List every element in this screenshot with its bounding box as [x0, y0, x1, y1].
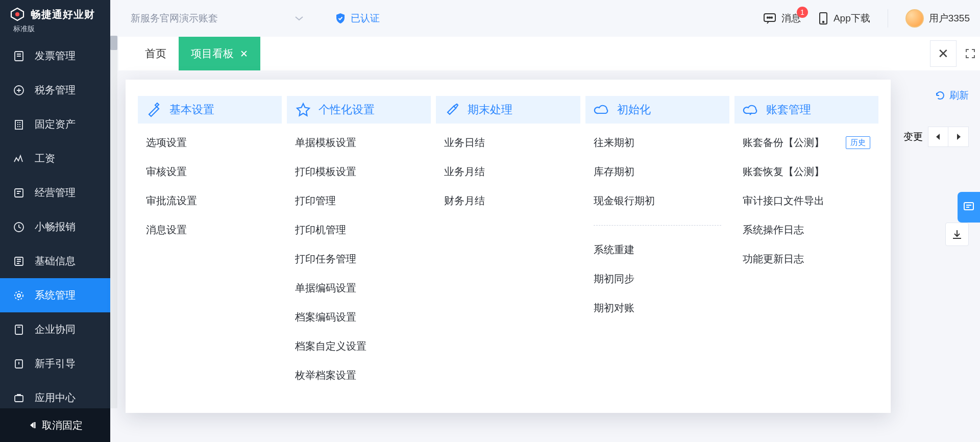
building-icon	[12, 118, 26, 131]
menu-item-label: 期初对账	[594, 301, 634, 315]
svg-rect-3	[15, 120, 22, 129]
menu-item-update-log[interactable]: 功能更新日志	[743, 252, 878, 266]
menu-item-archive-custom[interactable]: 档案自定义设置	[295, 339, 431, 353]
menu-item-label: 业务月结	[444, 165, 485, 179]
sidebar-nav: 发票管理 税务管理 固定资产 工资 经营管理 小畅报销 基础信息 系统管理	[0, 39, 110, 408]
menu-item-approval-flow[interactable]: 审批流设置	[146, 194, 282, 208]
sidebar-item-invoice[interactable]: 发票管理	[0, 39, 110, 73]
prev-button[interactable]	[928, 127, 948, 147]
next-button[interactable]	[948, 127, 969, 147]
menu-item-label: 财务月结	[444, 194, 485, 208]
sidebar-item-salary[interactable]: 工资	[0, 141, 110, 176]
brand-logo-icon	[9, 7, 26, 21]
tax-icon	[12, 84, 26, 97]
mega-col-title: 期末处理	[468, 102, 512, 117]
export-button[interactable]	[945, 223, 969, 246]
verified-badge: 已认证	[334, 12, 380, 25]
menu-item-ar-ap-init[interactable]: 往来期初	[594, 136, 729, 150]
brand-name: 畅捷通好业财	[31, 8, 95, 21]
menu-item-options[interactable]: 选项设置	[146, 136, 282, 150]
menu-item-label: 业务日结	[444, 136, 485, 150]
menu-item-archive-code[interactable]: 档案编码设置	[295, 310, 431, 324]
menu-item-inventory-init[interactable]: 库存期初	[594, 165, 729, 179]
messages-badge: 1	[797, 7, 808, 18]
mega-col-title: 基本设置	[169, 102, 214, 117]
menu-item-label: 系统操作日志	[743, 223, 804, 237]
sidebar-item-label: 基础信息	[35, 254, 76, 268]
mega-col-header: 初始化	[585, 96, 729, 124]
mega-col-title: 初始化	[617, 102, 651, 117]
menu-item-print-task-mgmt[interactable]: 打印任务管理	[295, 252, 431, 266]
menu-item-label: 枚举档案设置	[295, 369, 356, 382]
menu-item-label: 账套备份【公测】	[743, 136, 824, 150]
menu-item-label: 审计接口文件导出	[743, 194, 824, 208]
shield-check-icon	[334, 12, 347, 24]
menu-item-monthly-close[interactable]: 业务月结	[444, 165, 580, 179]
menu-item-cash-bank-init[interactable]: 现金银行期初	[594, 194, 729, 208]
svg-rect-9	[15, 325, 22, 334]
mobile-icon	[818, 12, 828, 25]
close-icon[interactable]: ✕	[240, 48, 248, 60]
sidebar-item-collab[interactable]: 企业协同	[0, 312, 110, 347]
svg-rect-12	[34, 422, 36, 428]
history-tag[interactable]: 历史	[846, 136, 870, 149]
mega-col-title: 账套管理	[766, 102, 811, 117]
sidebar-item-guide[interactable]: 新手引导	[0, 347, 110, 381]
messages-button[interactable]: 消息 1	[763, 12, 801, 25]
sidebar-item-business-mgmt[interactable]: 经营管理	[0, 176, 110, 210]
menu-item-account-restore[interactable]: 账套恢复【公测】	[743, 165, 878, 179]
menu-item-account-backup[interactable]: 账套备份【公测】 历史	[743, 136, 878, 150]
menu-item-system-rebuild[interactable]: 系统重建	[594, 243, 729, 257]
mega-col-period-end: 期末处理 业务日结 业务月结 财务月结	[436, 96, 580, 382]
sidebar-item-label: 系统管理	[35, 288, 76, 302]
sidebar-item-fixed-assets[interactable]: 固定资产	[0, 107, 110, 141]
mega-col-custom: 个性化设置 单据模板设置 打印模板设置 打印管理 打印机管理 打印任务管理 单据…	[287, 96, 431, 382]
sidebar-scrollbar-thumb[interactable]	[110, 36, 117, 50]
tab-home[interactable]: 首页	[133, 37, 179, 70]
sidebar: 畅捷通好业财 标准版 发票管理 税务管理 固定资产 工资 经营管理 小畅报销	[0, 0, 110, 442]
menu-item-enum-archive[interactable]: 枚举档案设置	[295, 369, 431, 382]
sidebar-item-basic-info[interactable]: 基础信息	[0, 244, 110, 278]
menu-item-label: 库存期初	[594, 165, 634, 179]
close-all-tabs-button[interactable]: ✕	[930, 40, 957, 67]
menu-item-label: 期初同步	[594, 272, 634, 286]
menu-item-label: 打印任务管理	[295, 252, 356, 266]
unpin-sidebar-button[interactable]: 取消固定	[0, 408, 110, 442]
menu-item-finance-monthly-close[interactable]: 财务月结	[444, 194, 580, 208]
menu-item-init-sync[interactable]: 期初同步	[594, 272, 729, 286]
menu-item-doc-template[interactable]: 单据模板设置	[295, 136, 431, 150]
menu-item-system-log[interactable]: 系统操作日志	[743, 223, 878, 237]
app-download-button[interactable]: App下载	[818, 12, 870, 25]
sidebar-item-system-mgmt[interactable]: 系统管理	[0, 278, 110, 312]
sidebar-item-tax[interactable]: 税务管理	[0, 73, 110, 107]
menu-item-print-template[interactable]: 打印模板设置	[295, 165, 431, 179]
svg-rect-19	[964, 203, 973, 210]
brand-version: 标准版	[0, 24, 110, 39]
menu-item-audit[interactable]: 审核设置	[146, 165, 282, 179]
unpin-label: 取消固定	[42, 419, 83, 432]
feedback-button[interactable]	[958, 192, 980, 223]
svg-point-16	[771, 17, 772, 18]
svg-point-15	[769, 17, 770, 18]
fullscreen-button[interactable]	[961, 48, 980, 59]
tabstrip: 首页 项目看板 ✕ ✕	[118, 37, 980, 70]
mega-col-header: 账套管理	[734, 96, 878, 124]
cloud-icon	[594, 102, 610, 118]
mega-col-account-mgmt: 账套管理 账套备份【公测】 历史 账套恢复【公测】 审计接口文件导出 系统操作日…	[734, 96, 878, 382]
menu-item-init-reconcile[interactable]: 期初对账	[594, 301, 729, 315]
user-menu[interactable]: 用户3355	[905, 9, 970, 28]
sidebar-item-app-center[interactable]: 应用中心	[0, 381, 110, 408]
menu-item-audit-export[interactable]: 审计接口文件导出	[743, 194, 878, 208]
menu-item-doc-code[interactable]: 单据编码设置	[295, 281, 431, 295]
account-selector[interactable]: 新服务官网演示账套	[131, 12, 304, 25]
sidebar-item-expense[interactable]: 小畅报销	[0, 210, 110, 244]
apps-icon	[12, 391, 26, 405]
tab-project-board[interactable]: 项目看板 ✕	[179, 37, 260, 70]
menu-item-print-mgmt[interactable]: 打印管理	[295, 194, 431, 208]
svg-point-14	[767, 17, 768, 18]
menu-item-daily-close[interactable]: 业务日结	[444, 136, 580, 150]
mega-col-title: 个性化设置	[318, 102, 375, 117]
menu-item-message-settings[interactable]: 消息设置	[146, 223, 282, 237]
refresh-button[interactable]: 刷新	[935, 89, 969, 102]
menu-item-printer-mgmt[interactable]: 打印机管理	[295, 223, 431, 237]
